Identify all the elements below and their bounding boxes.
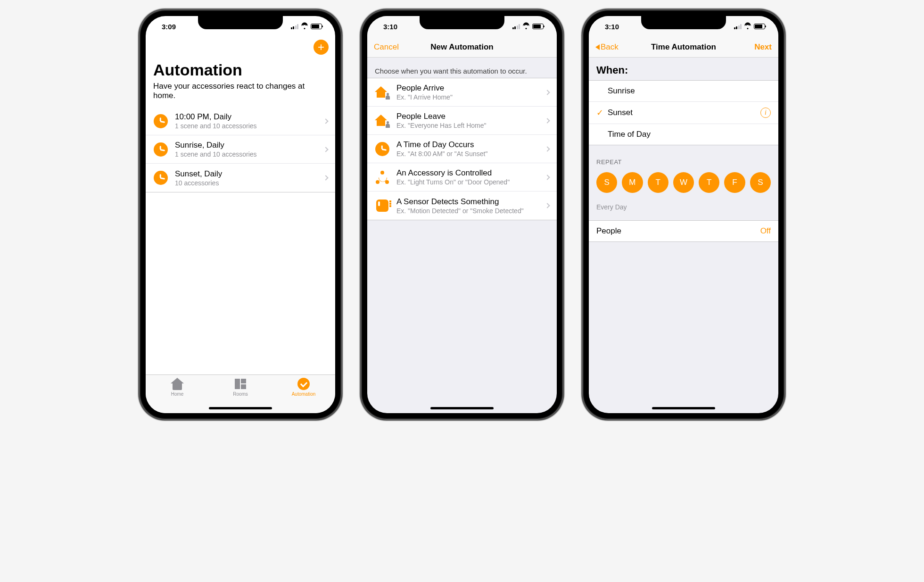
signal-icon bbox=[291, 24, 299, 29]
trigger-sub: Ex. "Light Turns On" or "Door Opened" bbox=[396, 178, 539, 186]
time-config: When: Sunrise ✓ Sunset i Time of Day REP… bbox=[589, 58, 778, 413]
page-subtitle: Have your accessories react to changes a… bbox=[153, 82, 328, 100]
repeat-header: REPEAT bbox=[589, 145, 778, 168]
trigger-sub: Ex. "I Arrive Home" bbox=[396, 93, 539, 101]
automation-row[interactable]: 10:00 PM, Daily 1 scene and 10 accessori… bbox=[146, 107, 335, 135]
section-prompt: Choose when you want this automation to … bbox=[367, 58, 557, 78]
tab-automation[interactable]: Automation bbox=[285, 378, 322, 413]
status-time: 3:10 bbox=[383, 23, 397, 31]
people-value: Off bbox=[760, 226, 771, 236]
day-thu[interactable]: T bbox=[699, 172, 719, 193]
automation-title: 10:00 PM, Daily bbox=[175, 112, 317, 122]
home-indicator[interactable] bbox=[652, 407, 715, 409]
next-button[interactable]: Next bbox=[754, 42, 772, 52]
tab-label: Rooms bbox=[233, 391, 248, 397]
day-wed[interactable]: W bbox=[673, 172, 694, 193]
option-label: Sunset bbox=[608, 108, 633, 117]
info-icon[interactable]: i bbox=[760, 108, 771, 118]
trigger-sub: Ex. "At 8:00 AM" or "At Sunset" bbox=[396, 150, 539, 158]
status-time: 3:10 bbox=[605, 23, 619, 31]
tab-label: Home bbox=[171, 391, 184, 397]
signal-icon bbox=[512, 24, 520, 29]
automation-sub: 10 accessories bbox=[175, 179, 317, 187]
screen-automation-list: 3:09 + Automation Have your accessories … bbox=[146, 16, 335, 413]
battery-icon bbox=[532, 24, 544, 29]
chevron-right-icon bbox=[544, 118, 550, 123]
option-sunset[interactable]: ✓ Sunset i bbox=[589, 102, 778, 124]
tab-home[interactable]: Home bbox=[158, 378, 196, 413]
signal-icon bbox=[734, 24, 742, 29]
option-label: Time of Day bbox=[608, 130, 651, 139]
automation-row[interactable]: Sunset, Daily 10 accessories bbox=[146, 164, 335, 192]
option-label: Sunrise bbox=[608, 86, 635, 96]
screen-time-automation: 3:10 Back Time Automation Next When: Sun… bbox=[589, 16, 778, 413]
checkmark-icon: ✓ bbox=[596, 108, 608, 118]
house-leave-icon bbox=[375, 115, 389, 127]
trigger-sensor[interactable]: A Sensor Detects Something Ex. "Motion D… bbox=[367, 191, 557, 220]
day-sun[interactable]: S bbox=[596, 172, 617, 193]
trigger-title: People Arrive bbox=[396, 83, 539, 93]
people-label: People bbox=[596, 226, 621, 236]
screen-new-automation: 3:10 Cancel New Automation Choose when y… bbox=[367, 16, 557, 413]
back-button[interactable]: Back bbox=[595, 42, 619, 52]
nav-bar: + bbox=[146, 37, 335, 58]
nav-bar: Cancel New Automation bbox=[367, 37, 557, 58]
day-fri[interactable]: F bbox=[724, 172, 745, 193]
automation-icon bbox=[297, 378, 310, 390]
home-indicator[interactable] bbox=[430, 407, 494, 409]
house-arrive-icon bbox=[375, 86, 389, 99]
battery-icon bbox=[311, 24, 322, 29]
accessory-icon bbox=[376, 171, 389, 184]
status-icons bbox=[734, 24, 766, 29]
phone-frame-3: 3:10 Back Time Automation Next When: Sun… bbox=[582, 9, 785, 420]
chevron-right-icon bbox=[323, 147, 328, 152]
cancel-button[interactable]: Cancel bbox=[374, 42, 399, 52]
phone-frame-1: 3:09 + Automation Have your accessories … bbox=[139, 9, 342, 420]
clock-icon bbox=[154, 171, 168, 185]
automation-list: 10:00 PM, Daily 1 scene and 10 accessori… bbox=[146, 107, 335, 374]
chevron-left-icon bbox=[595, 44, 600, 50]
automation-row[interactable]: Sunrise, Daily 1 scene and 10 accessorie… bbox=[146, 135, 335, 164]
rooms-icon bbox=[234, 378, 247, 390]
chevron-right-icon bbox=[323, 175, 328, 181]
clock-icon bbox=[154, 114, 168, 128]
status-time: 3:09 bbox=[162, 23, 176, 31]
status-bar: 3:10 bbox=[589, 16, 778, 37]
home-indicator[interactable] bbox=[209, 407, 272, 409]
status-bar: 3:10 bbox=[367, 16, 557, 37]
trigger-accessory[interactable]: An Accessory is Controlled Ex. "Light Tu… bbox=[367, 163, 557, 191]
trigger-people-arrive[interactable]: People Arrive Ex. "I Arrive Home" bbox=[367, 78, 557, 107]
option-time-of-day[interactable]: Time of Day bbox=[589, 124, 778, 145]
nav-bar: Back Time Automation Next bbox=[589, 37, 778, 58]
chevron-right-icon bbox=[544, 203, 550, 208]
chevron-right-icon bbox=[544, 175, 550, 180]
trigger-list: Choose when you want this automation to … bbox=[367, 58, 557, 413]
chevron-right-icon bbox=[544, 90, 550, 95]
sensor-icon bbox=[376, 200, 388, 212]
status-icons bbox=[291, 24, 322, 29]
status-icons bbox=[512, 24, 544, 29]
trigger-sub: Ex. "Everyone Has Left Home" bbox=[396, 122, 539, 129]
clock-icon bbox=[154, 142, 168, 157]
trigger-title: People Leave bbox=[396, 112, 539, 121]
people-row[interactable]: People Off bbox=[589, 221, 778, 241]
trigger-title: A Sensor Detects Something bbox=[396, 197, 539, 207]
when-header: When: bbox=[589, 58, 778, 80]
trigger-sub: Ex. "Motion Detected" or "Smoke Detected… bbox=[396, 207, 539, 215]
chevron-right-icon bbox=[323, 118, 328, 124]
battery-icon bbox=[754, 24, 765, 29]
automation-sub: 1 scene and 10 accessories bbox=[175, 122, 317, 130]
trigger-title: An Accessory is Controlled bbox=[396, 168, 539, 178]
add-button[interactable]: + bbox=[314, 40, 329, 55]
status-bar: 3:09 bbox=[146, 16, 335, 37]
automation-title: Sunset, Daily bbox=[175, 169, 317, 179]
trigger-people-leave[interactable]: People Leave Ex. "Everyone Has Left Home… bbox=[367, 107, 557, 135]
every-day-label: Every Day bbox=[589, 200, 778, 220]
day-tue[interactable]: T bbox=[648, 172, 668, 193]
clock-icon bbox=[375, 142, 389, 156]
day-sat[interactable]: S bbox=[750, 172, 771, 193]
option-sunrise[interactable]: Sunrise bbox=[589, 81, 778, 102]
day-mon[interactable]: M bbox=[622, 172, 643, 193]
trigger-time-of-day[interactable]: A Time of Day Occurs Ex. "At 8:00 AM" or… bbox=[367, 135, 557, 163]
day-selector: S M T W T F S bbox=[589, 168, 778, 200]
